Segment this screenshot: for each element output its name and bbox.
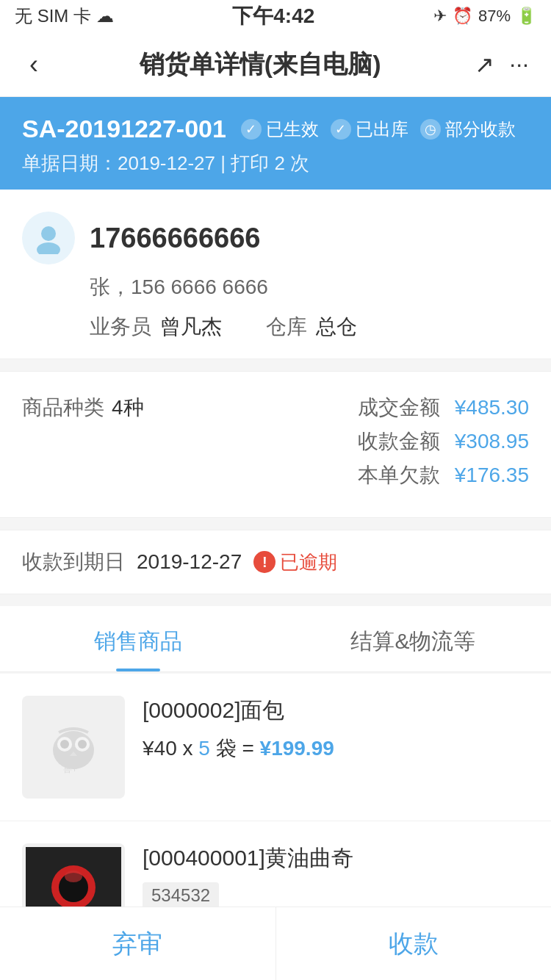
warehouse-value: 总仓	[316, 313, 357, 341]
status-time: 下午4:42	[232, 2, 314, 30]
overdue-badge: ! 已逾期	[253, 550, 337, 575]
payment-button[interactable]: 收款	[276, 907, 552, 980]
product-price-1: ¥40 x 5 袋 = ¥199.99	[143, 735, 529, 763]
status-right: ✈ ⏰ 87% 🔋	[433, 7, 536, 26]
check-icon-1: ✓	[241, 119, 262, 140]
cancel-review-label: 弃审	[112, 927, 162, 961]
nav-bar: ‹ 销货单详情(来自电脑) ↗ ···	[0, 32, 551, 97]
banner-badges: ✓ 已生效 ✓ 已出库 ◷ 部分收款	[241, 118, 516, 141]
badge-partial-pay: ◷ 部分收款	[420, 118, 516, 141]
tab-sales-products[interactable]: 销售商品	[0, 606, 276, 671]
battery-icon: 🔋	[516, 7, 536, 26]
status-left: 无 SIM 卡 ☁	[15, 4, 114, 28]
order-id: SA-20191227-001	[22, 115, 226, 143]
product-thumb-1: 兽+	[22, 696, 125, 799]
owe-row: 本单欠款 ¥176.35	[358, 461, 529, 489]
product-multiply-1: x	[183, 737, 199, 760]
kinds-label: 商品种类	[22, 394, 104, 422]
svg-point-0	[41, 226, 56, 241]
check-icon-2: ✓	[331, 119, 351, 140]
received-row: 收款金额 ¥308.95	[358, 428, 529, 455]
summary-left: 商品种类 4种	[22, 394, 144, 422]
summary-right: 成交金额 ¥485.30 收款金额 ¥308.95 本单欠款 ¥176.35	[358, 394, 529, 495]
product-price-val-1: ¥40	[143, 737, 177, 760]
received-label: 收款金额	[358, 428, 440, 455]
header-banner: SA-20191227-001 ✓ 已生效 ✓ 已出库 ◷ 部分收款 单据日期：…	[0, 97, 551, 190]
warehouse-item: 仓库 总仓	[266, 313, 357, 341]
due-date: 2019-12-27	[137, 550, 242, 574]
bottom-bar: 弃审 收款	[0, 907, 551, 980]
nav-actions: ↗ ···	[475, 51, 529, 79]
tab-sales-label: 销售商品	[94, 629, 182, 653]
salesperson-label: 业务员	[90, 313, 151, 341]
product-batch-2: 534532	[143, 882, 219, 909]
badge-effective: ✓ 已生效	[241, 118, 319, 141]
svg-point-6	[78, 740, 87, 749]
svg-point-1	[37, 242, 60, 254]
page-title: 销货单详情(来自电脑)	[46, 48, 475, 82]
product-total-1: ¥199.99	[260, 737, 334, 760]
product-unit-1: 袋	[216, 737, 237, 760]
customer-meta: 业务员 曾凡杰 仓库 总仓	[22, 313, 529, 341]
product-item-1: 兽+ [0000002]面包 ¥40 x 5 袋 = ¥199.99	[0, 674, 551, 821]
clock-icon: ◷	[420, 119, 441, 140]
deal-amount-label: 成交金额	[358, 394, 440, 422]
salesperson-value: 曾凡杰	[160, 313, 222, 341]
badge-shipped: ✓ 已出库	[331, 118, 408, 141]
due-label: 收款到期日	[22, 548, 125, 576]
cancel-review-button[interactable]: 弃审	[0, 907, 276, 980]
owe-label: 本单欠款	[358, 461, 440, 489]
location-icon: ✈	[433, 7, 447, 26]
battery-level: 87%	[478, 7, 511, 26]
tabs-row: 销售商品 结算&物流等	[0, 606, 551, 671]
customer-section: 17666666666 张，156 6666 6666 业务员 曾凡杰 仓库 总…	[0, 190, 551, 359]
more-icon[interactable]: ···	[509, 51, 529, 78]
deal-amount-row: 成交金额 ¥485.30	[358, 394, 529, 422]
due-section: 收款到期日 2019-12-27 ! 已逾期	[0, 530, 551, 594]
kinds-value: 4种	[112, 394, 144, 422]
banner-row1: SA-20191227-001 ✓ 已生效 ✓ 已出库 ◷ 部分收款	[22, 115, 529, 143]
badge-partial-label: 部分收款	[445, 118, 516, 141]
salesperson-item: 业务员 曾凡杰	[90, 313, 222, 341]
share-icon[interactable]: ↗	[475, 51, 494, 79]
sim-status: 无 SIM 卡 ☁	[15, 4, 114, 28]
product-name-1: [0000002]面包	[143, 696, 529, 726]
product-name-2: [000400001]黄油曲奇	[143, 843, 529, 873]
overdue-text: 已逾期	[280, 550, 337, 575]
banner-doc-date: 单据日期：2019-12-27 | 打印 2 次	[22, 151, 529, 176]
tab-settlement-label: 结算&物流等	[350, 629, 475, 653]
tab-settlement[interactable]: 结算&物流等	[276, 606, 551, 671]
product-qty-1: 5	[198, 737, 210, 760]
product-equals-1: =	[242, 737, 259, 760]
summary-section: 商品种类 4种 成交金额 ¥485.30 收款金额 ¥308.95 本单欠款 ¥…	[0, 371, 551, 518]
summary-kinds: 商品种类 4种	[22, 394, 144, 422]
back-button[interactable]: ‹	[22, 42, 46, 87]
tabs-section: 销售商品 结算&物流等	[0, 606, 551, 672]
badge-effective-label: 已生效	[266, 118, 319, 141]
avatar	[22, 212, 75, 264]
owe-value: ¥176.35	[455, 464, 529, 487]
product-info-1: [0000002]面包 ¥40 x 5 袋 = ¥199.99	[143, 696, 529, 763]
customer-name: 17666666666	[90, 223, 260, 254]
customer-sub: 张，156 6666 6666	[22, 273, 529, 301]
payment-label: 收款	[389, 927, 439, 961]
warehouse-label: 仓库	[266, 313, 307, 341]
svg-point-5	[60, 740, 69, 749]
alarm-icon: ⏰	[453, 7, 472, 26]
svg-text:兽+: 兽+	[63, 764, 77, 774]
svg-point-12	[65, 871, 82, 882]
received-value: ¥308.95	[455, 430, 529, 453]
summary-row: 商品种类 4种 成交金额 ¥485.30 收款金额 ¥308.95 本单欠款 ¥…	[22, 394, 529, 495]
status-bar: 无 SIM 卡 ☁ 下午4:42 ✈ ⏰ 87% 🔋	[0, 0, 551, 32]
deal-amount-value: ¥485.30	[455, 396, 529, 419]
badge-shipped-label: 已出库	[356, 118, 408, 141]
customer-row: 17666666666	[22, 212, 529, 264]
overdue-icon: !	[253, 551, 276, 573]
